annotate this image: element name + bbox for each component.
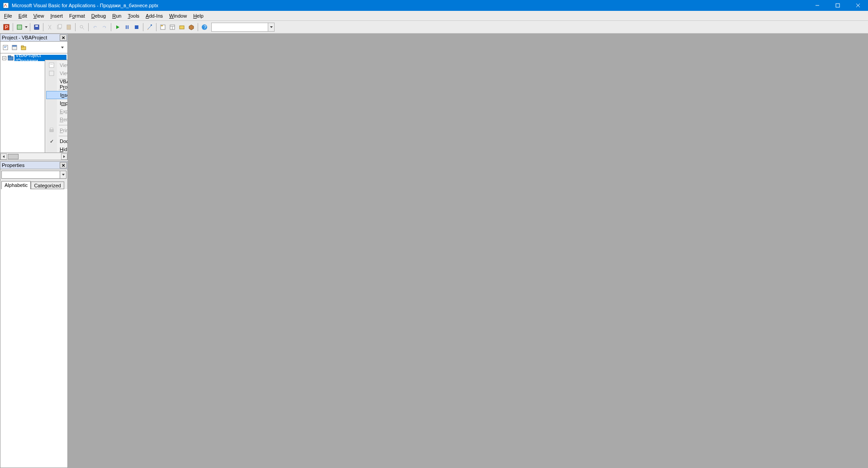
svg-rect-17 <box>128 25 128 29</box>
tab-alphabetic[interactable]: Alphabetic <box>1 181 31 189</box>
ctx-view-code[interactable]: View Code <box>46 61 68 69</box>
svg-rect-36 <box>8 56 11 57</box>
svg-rect-18 <box>135 25 138 29</box>
project-toolbar <box>0 42 68 53</box>
toolbar-separator <box>30 23 30 31</box>
svg-rect-25 <box>180 26 184 29</box>
title-bar: Microsoft Visual Basic for Applications … <box>0 0 868 11</box>
scroll-left-button[interactable] <box>0 153 7 160</box>
project-panel-title-text: Project - VBAProject <box>2 35 47 40</box>
insert-dropdown-icon[interactable] <box>24 26 28 28</box>
project-context-menu: View Code View Object VBAProject Propert… <box>45 60 68 153</box>
toolbar-separator <box>75 23 76 31</box>
check-icon: ✓ <box>50 138 54 144</box>
project-panel-close-button[interactable]: ✕ <box>60 34 67 41</box>
menu-help[interactable]: Help <box>190 12 207 20</box>
project-icon <box>8 55 14 61</box>
scroll-thumb[interactable] <box>8 154 19 159</box>
break-icon[interactable] <box>123 23 132 32</box>
menu-format[interactable]: Format <box>66 12 88 20</box>
run-icon[interactable] <box>113 23 122 32</box>
svg-rect-13 <box>68 24 70 25</box>
menu-debug[interactable]: Debug <box>88 12 109 20</box>
menu-addins[interactable]: Add-Ins <box>142 12 166 20</box>
view-ppt-icon[interactable]: P <box>2 23 11 32</box>
toolbox-icon[interactable] <box>187 23 196 32</box>
toggle-folders-icon[interactable] <box>19 43 28 52</box>
cut-icon[interactable] <box>45 23 54 32</box>
close-button[interactable] <box>848 0 868 11</box>
menu-view[interactable]: View <box>30 12 47 20</box>
toolbar-options-icon[interactable] <box>58 43 66 52</box>
svg-rect-39 <box>49 71 54 76</box>
toolbar-separator <box>156 23 157 31</box>
ctx-print[interactable]: Print... <box>46 126 68 134</box>
tab-categorized[interactable]: Categorized <box>31 181 64 189</box>
scroll-right-button[interactable] <box>61 153 67 160</box>
svg-rect-41 <box>50 128 53 129</box>
properties-grid[interactable] <box>0 189 68 468</box>
svg-rect-19 <box>151 24 152 26</box>
chevron-down-icon[interactable] <box>268 23 274 31</box>
project-explorer-panel: Project - VBAProject ✕ − VBAProject (Про… <box>0 33 68 160</box>
svg-text:P: P <box>5 24 8 30</box>
menu-insert[interactable]: Insert <box>47 12 66 20</box>
save-icon[interactable] <box>32 23 41 32</box>
chevron-down-icon[interactable] <box>60 171 66 178</box>
collapse-icon[interactable]: − <box>2 56 6 60</box>
svg-rect-21 <box>161 25 163 26</box>
toolbar-separator <box>198 23 198 31</box>
mdi-workspace <box>68 33 868 468</box>
svg-rect-7 <box>17 25 22 29</box>
svg-rect-40 <box>50 129 53 132</box>
properties-tabs: Alphabetic Categorized <box>0 180 68 189</box>
vba-app-icon <box>3 2 9 9</box>
project-horizontal-scrollbar[interactable] <box>0 153 68 160</box>
ctx-export-file[interactable]: Export File... <box>46 107 68 115</box>
ctx-dockable[interactable]: ✓ Dockable <box>46 137 68 145</box>
procedure-combo[interactable] <box>211 23 275 32</box>
properties-panel-close-button[interactable]: ✕ <box>60 162 67 168</box>
view-code-icon[interactable] <box>1 43 9 52</box>
view-object-icon[interactable] <box>10 43 19 52</box>
menu-edit[interactable]: Edit <box>15 12 30 20</box>
object-selector-combo[interactable] <box>1 171 66 179</box>
svg-rect-9 <box>35 25 38 27</box>
help-icon[interactable]: ? <box>200 23 209 32</box>
menu-tools[interactable]: Tools <box>124 12 142 20</box>
svg-rect-34 <box>21 46 24 47</box>
design-mode-icon[interactable] <box>145 23 154 32</box>
svg-rect-32 <box>12 45 17 47</box>
redo-icon[interactable] <box>100 23 109 32</box>
ctx-hide[interactable]: Hide <box>46 145 68 153</box>
properties-window-icon[interactable] <box>168 23 177 32</box>
insert-icon[interactable] <box>15 23 24 32</box>
menu-run[interactable]: Run <box>109 12 124 20</box>
object-browser-icon[interactable] <box>177 23 186 32</box>
menu-window[interactable]: Window <box>166 12 190 20</box>
ctx-remove[interactable]: Remove <box>46 115 68 124</box>
find-icon[interactable] <box>77 23 86 32</box>
print-icon <box>48 127 55 134</box>
copy-icon[interactable] <box>55 23 64 32</box>
svg-rect-2 <box>836 4 840 7</box>
undo-icon[interactable] <box>90 23 100 32</box>
ctx-properties[interactable]: VBAProject Properties... <box>46 80 68 88</box>
project-explorer-icon[interactable] <box>158 23 167 32</box>
toolbar-separator <box>143 23 143 31</box>
toolbar-separator <box>43 23 43 31</box>
reset-icon[interactable] <box>132 23 141 32</box>
standard-toolbar: P ? <box>0 21 868 33</box>
ctx-import-file[interactable]: Import File... <box>46 99 68 107</box>
minimize-button[interactable] <box>807 0 827 11</box>
code-icon <box>48 62 55 68</box>
svg-rect-11 <box>58 24 62 28</box>
toolbar-separator <box>13 23 13 31</box>
properties-panel-title: Properties ✕ <box>0 161 68 169</box>
ctx-insert[interactable]: Insert <box>46 91 68 99</box>
project-tree[interactable]: − VBAProject (Продажи_ View Code View Ob… <box>0 53 68 153</box>
maximize-button[interactable] <box>827 0 848 11</box>
menu-file[interactable]: File <box>1 12 15 20</box>
ctx-view-object[interactable]: View Object <box>46 69 68 77</box>
paste-icon[interactable] <box>64 23 73 32</box>
